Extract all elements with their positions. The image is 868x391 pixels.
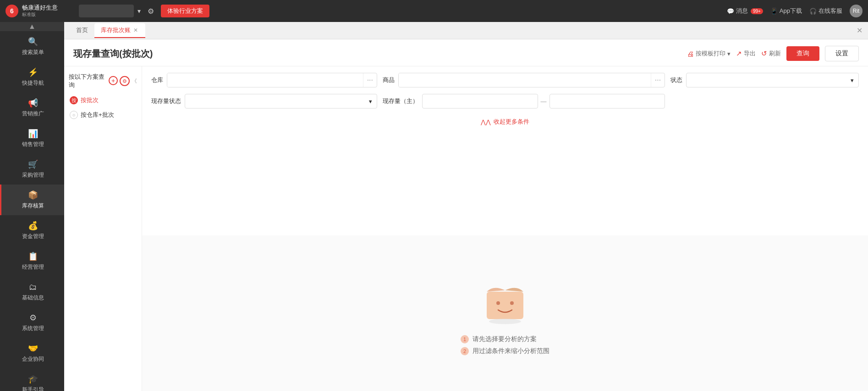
sidebar-item-basic[interactable]: 🗂 基础信息 — [0, 277, 64, 307]
app-version: 标准版 — [22, 11, 58, 18]
dropdown-icon[interactable]: ▾ — [137, 7, 141, 15]
export-btn[interactable]: ↗ 导出 — [736, 49, 756, 58]
tab-close-btn[interactable]: ✕ — [132, 27, 139, 33]
scheme-actions: + ⚙ 《 — [109, 76, 137, 86]
sidebar-item-finance[interactable]: 💰 资金管理 — [0, 215, 64, 246]
app-download-btn[interactable]: 📱 App下载 — [770, 7, 802, 15]
sidebar-item-search[interactable]: 🔍 搜索菜单 — [0, 31, 64, 62]
collapse-label: 收起更多条件 — [494, 118, 529, 126]
warehouse-label: 仓库 — [151, 76, 163, 84]
tip-num-1: 1 — [461, 335, 469, 343]
sidebar-label-guide: 新手引导 — [22, 386, 44, 391]
tab-home-label: 首页 — [76, 26, 88, 34]
inventory-status-dropdown[interactable]: ▾ — [185, 94, 377, 109]
refresh-icon: ↺ — [761, 49, 767, 58]
tip-num-2: 2 — [461, 347, 469, 355]
message-icon: 💬 — [727, 8, 734, 15]
trial-button[interactable]: 体验行业方案 — [161, 5, 209, 17]
avatar: Rit — [850, 5, 863, 17]
sidebar-item-system[interactable]: ⚙ 系统管理 — [0, 307, 64, 338]
tab-home[interactable]: 首页 — [70, 23, 94, 38]
inventory-status-label: 现存量状态 — [151, 97, 181, 105]
page-content: 现存量查询(按批次) 🖨 按模板打印 ▾ ↗ 导出 ↺ 刷新 — [64, 39, 868, 391]
sidebar-label-collab: 企业协同 — [22, 355, 44, 363]
app-name-block: 畅康通好生意 标准版 — [22, 4, 58, 18]
filter-results-area: 仓库 ··· 商品 ··· — [142, 66, 868, 391]
empty-tip-1: 1 请先选择要分析的方案 — [461, 335, 549, 343]
filter-row-2: 现存量状态 ▾ 现存量（主） — — [151, 94, 859, 109]
print-icon: 🖨 — [687, 50, 694, 58]
messages-btn[interactable]: 💬 消息 99+ — [727, 7, 763, 15]
operations-icon: 📋 — [28, 251, 38, 261]
logo-area: 6 畅康通好生意 标准版 — [5, 4, 70, 18]
sidebar-label-system: 系统管理 — [22, 325, 44, 332]
sidebar-label-basic: 基础信息 — [22, 294, 44, 302]
tip-text-1: 请先选择要分析的方案 — [472, 335, 537, 343]
inventory-qty-from[interactable] — [422, 94, 538, 109]
scheme-settings-btn[interactable]: ⚙ — [120, 76, 130, 86]
scheme-sidebar: 按以下方案查询 + ⚙ 《 按 按批次 ○ 按仓库+批次 — [64, 66, 142, 391]
scheme-header: 按以下方案查询 + ⚙ 《 — [64, 71, 142, 93]
scheme-item-label-pici: 按批次 — [81, 96, 99, 104]
tabs-bar: 首页 库存批次账 ✕ ✕ — [64, 22, 868, 39]
inventory-qty-range: — — [422, 94, 665, 109]
scheme-collapse-btn[interactable]: 《 — [132, 76, 137, 86]
warehouse-input[interactable] — [167, 73, 363, 87]
headset-icon: 🎧 — [809, 8, 817, 15]
sidebar-item-inventory[interactable]: 📦 库存核算 — [0, 185, 64, 215]
collapse-more-btn[interactable]: ⋀⋀ 收起更多条件 — [151, 115, 859, 129]
empty-svg — [478, 271, 533, 326]
scheme-item-pici[interactable]: 按 按批次 — [64, 93, 142, 108]
messages-label: 消息 — [736, 7, 748, 15]
sidebar-item-marketing[interactable]: 📢 营销推广 — [0, 92, 64, 123]
tab-inventory-batch[interactable]: 库存批次账 ✕ — [94, 23, 145, 38]
messages-badge: 99+ — [751, 8, 763, 14]
sidebar-label-purchase: 采购管理 — [22, 171, 44, 179]
app-logo-icon: 6 — [5, 5, 18, 17]
filter-group-inventory-qty: 现存量（主） — — [383, 94, 665, 109]
sidebar-label-operations: 经营管理 — [22, 263, 44, 271]
sidebar-scroll-up[interactable]: ▲ — [0, 22, 64, 31]
empty-tips: 1 请先选择要分析的方案 2 用过滤条件来缩小分析范围 — [461, 335, 549, 355]
range-separator: — — [541, 98, 547, 105]
sidebar-label-quicknav: 快捷导航 — [22, 79, 44, 87]
sidebar-label-finance: 资金管理 — [22, 233, 44, 240]
user-avatar-btn[interactable]: Rit — [850, 5, 863, 17]
print-label: 按模板打印 — [696, 49, 725, 58]
sidebar-item-operations[interactable]: 📋 经营管理 — [0, 246, 64, 277]
sidebar-item-quicknav[interactable]: ⚡ 快捷导航 — [0, 62, 64, 92]
sidebar-item-guide[interactable]: 🎓 新手引导 — [0, 369, 64, 391]
marketing-icon: 📢 — [28, 98, 38, 108]
header-right: 💬 消息 99+ 📱 App下载 🎧 在线客服 Rit — [727, 5, 863, 17]
refresh-btn[interactable]: ↺ 刷新 — [761, 49, 781, 58]
sidebar-label-marketing: 营销推广 — [22, 110, 44, 118]
scheme-add-btn[interactable]: + — [109, 76, 118, 85]
close-all-btn[interactable]: ✕ — [857, 26, 863, 35]
product-input[interactable] — [399, 73, 651, 87]
sidebar: ▲ 🔍 搜索菜单 ⚡ 快捷导航 📢 营销推广 📊 销售管理 🛒 采购管理 📦 库… — [0, 22, 64, 391]
scheme-item-label-cangku: 按仓库+批次 — [81, 111, 114, 119]
scheme-item-icon-pici: 按 — [70, 96, 78, 104]
sidebar-item-sales[interactable]: 📊 销售管理 — [0, 123, 64, 154]
print-btn[interactable]: 🖨 按模板打印 ▾ — [687, 49, 731, 58]
inventory-icon: 📦 — [28, 190, 38, 200]
product-more-btn[interactable]: ··· — [651, 73, 665, 87]
scheme-item-cangku-pici[interactable]: ○ 按仓库+批次 — [64, 108, 142, 122]
settings-button[interactable]: 设置 — [825, 46, 859, 61]
warehouse-more-btn[interactable]: ··· — [363, 73, 377, 87]
inventory-status-chevron-icon: ▾ — [369, 98, 372, 105]
gear-icon[interactable]: ⚙ — [144, 5, 157, 17]
scheme-item-icon-cangku: ○ — [70, 111, 78, 119]
inventory-qty-to[interactable] — [549, 94, 665, 109]
inventory-qty-label: 现存量（主） — [383, 97, 418, 105]
collab-icon: 🤝 — [28, 343, 38, 353]
status-dropdown[interactable]: ▾ — [686, 73, 859, 87]
search-icon: 🔍 — [28, 37, 38, 47]
query-button[interactable]: 查询 — [786, 46, 819, 61]
svg-point-2 — [510, 301, 514, 305]
online-service-btn[interactable]: 🎧 在线客服 — [809, 7, 842, 15]
sidebar-item-collab[interactable]: 🤝 企业协同 — [0, 338, 64, 369]
sidebar-item-purchase[interactable]: 🛒 采购管理 — [0, 154, 64, 185]
header-middle: ▾ ⚙ 体验行业方案 — [70, 5, 727, 17]
search-input[interactable] — [79, 5, 134, 17]
